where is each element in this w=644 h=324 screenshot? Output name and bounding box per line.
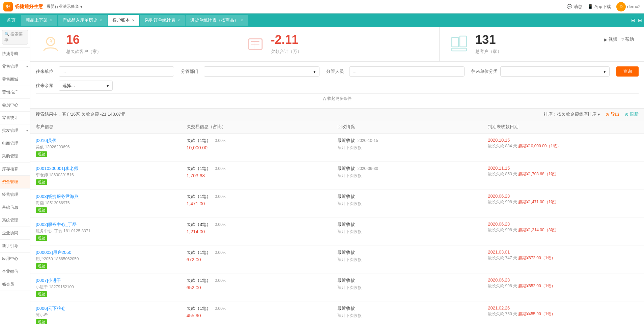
customer-name-link[interactable]: [0016]吴俊 bbox=[36, 138, 57, 143]
recovery-info-cell: 最近收款 预计下次收款 bbox=[337, 305, 488, 319]
tab-purchase-order[interactable]: 采购订单统计表 ✕ bbox=[140, 15, 185, 26]
customer-name-link[interactable]: [0003]畅捷服务尹海燕 bbox=[36, 194, 79, 199]
debt-count-label: 欠款（1笔） bbox=[187, 194, 211, 199]
table-header: 客户信息 欠交易信息（占比） 回收情况 到期未收款日期 bbox=[30, 120, 644, 134]
total-customers-number: 131 bbox=[475, 34, 598, 46]
app-download-btn[interactable]: 📱 App下载 bbox=[588, 4, 611, 10]
sidebar-item-retail-mall[interactable]: 零售商城 bbox=[0, 73, 30, 86]
sidebar-item-quick-nav[interactable]: 快捷导航 bbox=[0, 48, 30, 60]
logo-icon: 好 bbox=[3, 2, 13, 11]
debt-pct: 0.00% bbox=[215, 306, 226, 311]
sidebar-item-retail-mgmt[interactable]: 零售管理 ▾ bbox=[0, 60, 30, 73]
tab-product-history[interactable]: 产成品入库单历史 ✕ bbox=[58, 15, 107, 26]
debt-info-cell: 欠款（1笔） 0.00% 652.00 bbox=[187, 277, 337, 290]
debt-pct: 0.00% bbox=[215, 138, 226, 143]
overdue-days: 最长欠款 884 天 超期¥10,000.00（1笔） bbox=[488, 143, 639, 149]
help-btn[interactable]: ? 帮助 bbox=[621, 36, 634, 42]
sidebar-item-purchase[interactable]: 采购管理 bbox=[0, 150, 30, 163]
user-menu[interactable]: D demo2 bbox=[616, 2, 641, 11]
overdue-link[interactable]: 超期¥672.00（1笔） bbox=[518, 256, 555, 260]
stat-info-debt-amount: -2.11 欠款合计（万） bbox=[271, 34, 429, 55]
recovery-info-cell: 最近收款2020-10-15 预计下次收款 bbox=[337, 138, 488, 151]
stat-card-debt-amount: -2.11 欠款合计（万） bbox=[235, 27, 440, 61]
due-date: 2020.10.15 bbox=[488, 138, 639, 143]
close-icon[interactable]: ✕ bbox=[132, 19, 135, 22]
due-date: 2020.11.15 bbox=[488, 166, 639, 171]
video-btn[interactable]: ▶ 视频 bbox=[604, 36, 617, 42]
logo: 好 畅捷通好生意 bbox=[3, 2, 43, 11]
debt-count-label: 欠款（1笔） bbox=[187, 278, 211, 283]
sidebar-item-batch-mgmt[interactable]: 批发管理 ▾ bbox=[0, 124, 30, 137]
customer-name-link[interactable]: [00010200001]李老师 bbox=[36, 166, 78, 171]
sidebar-item-member-center[interactable]: 会员中心 bbox=[0, 99, 30, 112]
sort-select[interactable]: 排序：按欠款金额倒序排序 ▾ bbox=[544, 111, 600, 117]
overdue-days: 最长欠款 750 天 超期¥455.90（1笔） bbox=[488, 311, 639, 317]
stat-info-debt-customers: 16 总欠款客户（家） bbox=[66, 34, 225, 55]
table-row: [0002]服务中心_丁磊 服务中心_丁磊 181 0125 8371 现销 欠… bbox=[30, 217, 644, 245]
store-selector[interactable]: 母婴行业演示账套 ▾ bbox=[47, 4, 82, 9]
sidebar-item-finance[interactable]: 资金管理 bbox=[0, 176, 30, 188]
search-menu-button[interactable]: 🔍 搜索菜单 bbox=[2, 30, 28, 45]
help-icon: ? bbox=[621, 37, 624, 42]
overdue-info-cell: 2020.11.15 最长欠款 853 天 超期¥1,703.68（1笔） bbox=[488, 166, 639, 177]
close-icon[interactable]: ✕ bbox=[100, 19, 102, 22]
dept-select[interactable]: ▾ bbox=[204, 66, 319, 77]
sidebar-item-vip-member[interactable]: 畅会员 bbox=[0, 278, 30, 291]
sidebar-item-app-center[interactable]: 应用中心 bbox=[0, 253, 30, 265]
overdue-link[interactable]: 超期¥1,471.00（1笔） bbox=[518, 200, 559, 204]
sidebar-item-enterprise-wx[interactable]: 企业微信 bbox=[0, 265, 30, 278]
sidebar-item-marketing[interactable]: 营销推广 bbox=[0, 86, 30, 99]
sidebar-item-basic-info[interactable]: 基础信息 bbox=[0, 201, 30, 214]
balance-select[interactable]: 选择... ▾ bbox=[59, 81, 113, 91]
overdue-link[interactable]: 超期¥1,214.00（3笔） bbox=[518, 228, 559, 232]
col-customer-info: 客户信息 bbox=[36, 124, 187, 130]
debt-count-label: 欠款（1笔） bbox=[187, 138, 211, 143]
message-btn[interactable]: 💬 消息 bbox=[567, 4, 582, 10]
customer-name-link[interactable]: [0002]服务中心_丁磊 bbox=[36, 222, 77, 227]
maximize-icon[interactable]: ⊞ bbox=[638, 18, 642, 23]
sidebar-item-ecommerce[interactable]: 电商管理 bbox=[0, 137, 30, 150]
overdue-info-cell: 2020.10.15 最长欠款 884 天 超期¥10,000.00（1笔） bbox=[488, 138, 639, 149]
customer-name-link[interactable]: [000002]用户2050 bbox=[36, 250, 72, 255]
query-button[interactable]: 查询 bbox=[616, 66, 639, 77]
category-select[interactable]: ▾ bbox=[500, 66, 610, 77]
due-date: 2021.02.26 bbox=[488, 305, 639, 311]
table-row: [0007]小进干 小进干 18279152100 现销 欠款（1笔） 0.00… bbox=[30, 273, 644, 301]
overdue-link[interactable]: 超期¥10,000.00（1笔） bbox=[518, 144, 561, 148]
customer-name-link[interactable]: [0006]云下粮仓 bbox=[36, 306, 65, 311]
from-unit-input[interactable]: ... bbox=[59, 66, 174, 77]
tab-customer-account[interactable]: 客户账本 ✕ bbox=[108, 15, 139, 26]
sidebar-item-newbie[interactable]: 新手引导 bbox=[0, 240, 30, 253]
refresh-button[interactable]: ⊙ 刷新 bbox=[625, 111, 639, 117]
tab-bar-actions: ⊟ ⊞ bbox=[631, 18, 642, 23]
collapse-btn[interactable]: ⋀ 收起更多条件 bbox=[36, 93, 639, 104]
last-payment-label: 最近收款 bbox=[337, 250, 355, 255]
sidebar-item-operations[interactable]: 经营管理 bbox=[0, 188, 30, 201]
sidebar-item-enterprise[interactable]: 企业协同 bbox=[0, 227, 30, 240]
debt-count-label: 欠款（3笔） bbox=[187, 222, 211, 227]
sidebar-item-system[interactable]: 系统管理 bbox=[0, 214, 30, 227]
close-icon[interactable]: ✕ bbox=[50, 19, 52, 22]
filter-item-person: 分管人员 ... bbox=[326, 66, 465, 77]
overdue-days: 最长欠款 998 天 超期¥652.00（1笔） bbox=[488, 283, 639, 289]
tab-home[interactable]: 首页 bbox=[2, 15, 20, 26]
tab-product-offshelf[interactable]: 商品上下架 ✕ bbox=[21, 15, 57, 26]
customer-name-link[interactable]: [0007]小进干 bbox=[36, 278, 61, 283]
sidebar-item-inventory[interactable]: 库存核算 bbox=[0, 163, 30, 176]
export-button[interactable]: ⊙ 导出 bbox=[606, 111, 619, 117]
close-icon[interactable]: ✕ bbox=[177, 19, 180, 22]
recovery-info-cell: 最近收款 预计下次收款 bbox=[337, 194, 488, 207]
person-input[interactable]: ... bbox=[349, 66, 465, 77]
overdue-link[interactable]: 超期¥1,703.68（1笔） bbox=[518, 172, 559, 176]
filter-area: 往来单位 ... 分管部门 ▾ 分管人员 bbox=[30, 62, 644, 109]
overdue-link[interactable]: 超期¥652.00（1笔） bbox=[518, 284, 555, 288]
last-payment-label: 最近收款 bbox=[337, 306, 355, 311]
debt-pct: 0.00% bbox=[215, 278, 226, 283]
tab-inbound-stats[interactable]: 进货单统计表（按商品） ✕ bbox=[186, 15, 248, 26]
category-label: 往来单位分类 bbox=[471, 68, 498, 75]
recovery-info-cell: 最近收款 预计下次收款 bbox=[337, 277, 488, 291]
minimize-icon[interactable]: ⊟ bbox=[631, 18, 635, 23]
close-icon[interactable]: ✕ bbox=[241, 19, 243, 22]
sidebar-item-retail-stats[interactable]: 零售统计 bbox=[0, 112, 30, 124]
overdue-link[interactable]: 超期¥455.90（1笔） bbox=[518, 312, 555, 316]
